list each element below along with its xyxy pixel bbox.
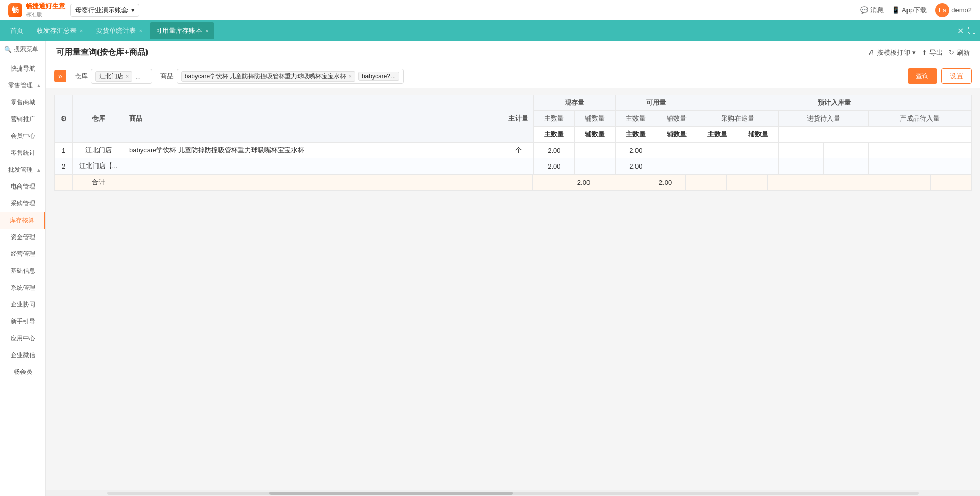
cell-stock-main: 2.00 xyxy=(534,158,575,174)
cell-avail-aux xyxy=(656,143,697,158)
filter-expand-button[interactable]: » xyxy=(54,70,66,82)
sidebar-item-quick-nav[interactable]: 快捷导航 xyxy=(0,60,45,77)
sidebar-item-finance[interactable]: 资金管理 xyxy=(0,229,45,246)
tab-order-stats[interactable]: 要货单统计表 × xyxy=(90,22,148,39)
close-icon[interactable]: × xyxy=(80,28,83,34)
sidebar-finance-label: 资金管理 xyxy=(4,233,41,242)
sidebar-quick-nav-label: 快捷导航 xyxy=(4,64,41,73)
product-tag-2: babycare?... xyxy=(358,72,399,81)
remove-warehouse-tag[interactable]: × xyxy=(126,73,129,79)
tab-receive-summary[interactable]: 收发存汇总表 × xyxy=(31,22,89,39)
footer-incoming-aux xyxy=(849,175,890,191)
product-tag-2-text: babycare?... xyxy=(362,73,396,80)
th-planned-inbound: 预计入库量 xyxy=(697,95,972,111)
close-icon-3[interactable]: × xyxy=(205,28,208,34)
sidebar-newbie-label: 新手引导 xyxy=(4,317,41,326)
logo-subtitle: 标准版 xyxy=(26,11,65,18)
bottom-scrollbar[interactable] xyxy=(46,490,980,496)
sidebar-item-retail-stats[interactable]: 零售统计 xyxy=(0,145,45,161)
cell-produced-main xyxy=(868,143,920,158)
footer-stock-main: 2.00 xyxy=(564,175,604,191)
table-row: 1 江北门店 babycare学饮杯 儿童防摔防撞吸管杯重力球吸嘴杯宝宝水杯 个… xyxy=(55,143,972,158)
print-button[interactable]: 🖨 按模板打印 ▾ xyxy=(868,48,916,57)
sidebar-item-system[interactable]: 系统管理 xyxy=(0,279,45,296)
sidebar-item-collab[interactable]: 企业协同 xyxy=(0,296,45,313)
export-button[interactable]: ⬆ 导出 xyxy=(922,48,943,57)
cell-purchase-aux xyxy=(738,158,779,174)
sidebar-item-marketing[interactable]: 营销推广 xyxy=(0,111,45,128)
sidebar-system-label: 系统管理 xyxy=(4,284,41,292)
sidebar-item-ecommerce[interactable]: 电商管理 xyxy=(0,178,45,195)
filter-actions: 查询 设置 xyxy=(908,68,972,84)
sidebar-item-app-center[interactable]: 应用中心 xyxy=(0,330,45,347)
top-bar-right: 💬 消息 📱 App下载 Ea demo2 xyxy=(860,3,972,17)
sidebar-item-basic-info[interactable]: 基础信息 xyxy=(0,263,45,279)
refresh-button[interactable]: ↻ 刷新 xyxy=(949,48,970,57)
sidebar-item-newbie[interactable]: 新手引导 xyxy=(0,313,45,330)
tab-home[interactable]: 首页 xyxy=(4,22,30,39)
warehouse-more[interactable]: ... xyxy=(135,73,141,80)
page-header: 可用量查询(按仓库+商品) 🖨 按模板打印 ▾ ⬆ 导出 ↻ 刷新 xyxy=(46,41,980,64)
cell-unit xyxy=(503,158,534,174)
cell-warehouse: 江北门店 xyxy=(73,143,124,158)
nav-expand-button[interactable]: ⛶ xyxy=(968,26,976,36)
query-button[interactable]: 查询 xyxy=(908,68,937,84)
sidebar-item-wholesale[interactable]: 批发管理 ▲ xyxy=(0,161,45,178)
footer-empty-1 xyxy=(55,175,73,191)
sidebar-item-inventory[interactable]: 库存核算 xyxy=(0,212,45,229)
tab-available-stock[interactable]: 可用量库存账本 × xyxy=(150,22,214,39)
table-container: ⚙ 仓库 商品 主计量 现存量 可用量 预计入库量 主数量 辅数量 主数量 辅数… xyxy=(46,88,980,490)
sidebar: 🔍 搜索菜单 快捷导航 零售管理 ▲ 零售商城 营销推广 会员中心 零售统计 xyxy=(0,41,46,496)
nav-close-button[interactable]: ✕ xyxy=(957,26,964,36)
remove-product-tag-1[interactable]: × xyxy=(349,73,352,79)
settings-button[interactable]: 设置 xyxy=(941,68,972,84)
logo-icon: 畅 xyxy=(8,3,22,17)
footer-empty-3 xyxy=(533,175,564,191)
sidebar-item-purchase[interactable]: 采购管理 xyxy=(0,195,45,212)
product-tag-1: babycare学饮杯 儿童防摔防撞吸管杯重力球吸嘴杯宝宝水杯 × xyxy=(181,71,355,82)
sidebar-item-wechat[interactable]: 企业微信 xyxy=(0,347,45,364)
cell-incoming-aux xyxy=(824,143,869,158)
cell-produced-aux xyxy=(920,158,971,174)
sidebar-collab-label: 企业协同 xyxy=(4,300,41,309)
close-icon-2[interactable]: × xyxy=(139,28,142,34)
product-filter: 商品 babycare学饮杯 儿童防摔防撞吸管杯重力球吸嘴杯宝宝水杯 × bab… xyxy=(160,69,404,84)
dropdown-icon: ▾ xyxy=(131,6,135,14)
th-stock-aux: 辅数量 xyxy=(575,111,616,127)
total-row: 合计 2.00 2.00 xyxy=(55,175,972,191)
avatar: Ea xyxy=(935,3,949,17)
scroll-thumb xyxy=(270,492,513,495)
chevron-icon-2: ▲ xyxy=(36,167,41,173)
app-icon: 📱 xyxy=(892,6,900,14)
cell-purchase-aux xyxy=(738,143,779,158)
footer-stock-aux xyxy=(604,175,645,191)
th-avail-main: 主数量 xyxy=(616,111,656,127)
sidebar-item-members[interactable]: 会员中心 xyxy=(0,128,45,145)
warehouse-tag-box[interactable]: 江北门店 × ... xyxy=(91,69,152,84)
search-icon: 🔍 xyxy=(4,46,12,53)
industry-select[interactable]: 母婴行业演示账套 ▾ xyxy=(70,4,139,17)
sidebar-item-vip[interactable]: 畅会员 xyxy=(0,364,45,381)
data-table: ⚙ 仓库 商品 主计量 现存量 可用量 预计入库量 主数量 辅数量 主数量 辅数… xyxy=(54,95,972,174)
app-download-button[interactable]: 📱 App下载 xyxy=(892,6,927,15)
sidebar-item-retail-mall[interactable]: 零售商城 xyxy=(0,94,45,111)
cell-incoming-main xyxy=(779,143,824,158)
product-tag-box[interactable]: babycare学饮杯 儿童防摔防撞吸管杯重力球吸嘴杯宝宝水杯 × babyca… xyxy=(177,69,404,84)
sidebar-ecommerce-label: 电商管理 xyxy=(4,182,41,191)
nav-tabs: 首页 收发存汇总表 × 要货单统计表 × 可用量库存账本 × ✕ ⛶ xyxy=(0,20,980,41)
print-label: 按模板打印 xyxy=(877,48,910,57)
th-settings[interactable]: ⚙ xyxy=(55,95,73,143)
sidebar-vip-label: 畅会员 xyxy=(4,368,41,376)
sidebar-search[interactable]: 🔍 搜索菜单 xyxy=(0,41,45,58)
message-label: 消息 xyxy=(870,6,884,15)
export-icon: ⬆ xyxy=(922,49,927,56)
user-area[interactable]: Ea demo2 xyxy=(935,3,972,17)
message-button[interactable]: 💬 消息 xyxy=(860,6,884,15)
cell-produced-aux xyxy=(920,143,971,158)
top-bar-left: 畅 畅捷通好生意 标准版 母婴行业演示账套 ▾ xyxy=(8,2,139,18)
th-purchase-main: 主数量 xyxy=(534,127,575,143)
app-download-label: App下载 xyxy=(902,6,927,15)
sidebar-item-retail[interactable]: 零售管理 ▲ xyxy=(0,77,45,94)
sidebar-operations-label: 经营管理 xyxy=(4,250,41,258)
sidebar-item-operations[interactable]: 经营管理 xyxy=(0,246,45,263)
